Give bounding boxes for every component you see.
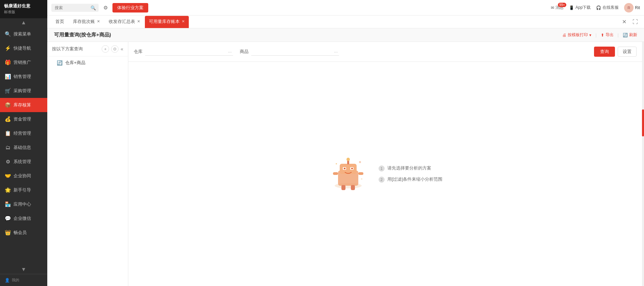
sidebar-item-system[interactable]: ⚙系统管理 <box>0 155 47 169</box>
filter-header: 按以下方案查询 ＋ ⊙ « <box>47 42 128 56</box>
tip-text-2: 用[过滤]条件来缩小分析范围 <box>387 176 442 182</box>
filter-settings-btn[interactable]: ⊙ <box>111 45 119 53</box>
filter-add-btn[interactable]: ＋ <box>102 45 109 53</box>
cooperation-icon: 🤝 <box>5 173 11 179</box>
logo-sub: 标准版 <box>4 10 15 14</box>
svg-point-13 <box>336 163 337 164</box>
sidebar-item-inventory[interactable]: 📦库存核算 <box>0 98 47 112</box>
content-area: 按以下方案查询 ＋ ⊙ « 🔄 仓库+商品 仓库 ··· <box>47 42 644 286</box>
goods-input[interactable] <box>251 48 339 56</box>
query-button[interactable]: 查询 <box>594 47 615 57</box>
tab-close-summary[interactable]: ✕ <box>137 19 140 24</box>
tabs-bar: 首页库存批次账✕收发存汇总表✕可用量库存账本✕ ✕ ⛶ <box>47 16 644 28</box>
svg-point-14 <box>359 161 361 163</box>
tab-close-available[interactable]: ✕ <box>182 19 185 24</box>
export-label: 导出 <box>606 32 614 38</box>
online-service-label: 在线客服 <box>602 5 619 10</box>
filter-item-warehouse-goods[interactable]: 🔄 仓库+商品 <box>47 56 128 69</box>
tabs-controls: ✕ ⛶ <box>620 18 640 26</box>
svg-point-12 <box>346 158 350 161</box>
sidebar-item-label: 资金管理 <box>14 116 31 122</box>
footer-user-label: 我的 <box>12 278 19 283</box>
sidebar-item-operation[interactable]: 📋经营管理 <box>0 126 47 140</box>
empty-state: 1 请先选择要分析的方案 2 用[过滤]条件来缩小分析范围 <box>128 62 642 286</box>
user-icon: 👤 <box>5 278 10 283</box>
goods-input-wrap: ··· <box>251 48 339 56</box>
sidebar-menu: 🔍搜索菜单⚡快捷导航🎁营销推广📊销售管理🛒采购管理📦库存核算💰资金管理📋经营管理… <box>0 27 47 265</box>
promo-button[interactable]: 体验行业方案 <box>112 3 148 12</box>
tab-label-available: 可用量库存账本 <box>149 19 180 25</box>
sidebar-item-shortcut[interactable]: ⚡快捷导航 <box>0 41 47 55</box>
user-profile-btn[interactable]: R Rit <box>624 3 640 12</box>
tip-text-1: 请先选择要分析的方案 <box>387 165 431 171</box>
maximize-tab-button[interactable]: ⛶ <box>630 18 640 26</box>
sidebar-item-label: 畅会员 <box>14 230 27 236</box>
refresh-button[interactable]: 🔄 刷新 <box>623 32 637 38</box>
tab-available[interactable]: 可用量库存账本✕ <box>145 16 189 28</box>
logo-text: 畅康通好生意 <box>4 3 30 8</box>
sidebar-item-label: 采购管理 <box>14 88 31 94</box>
tab-summary[interactable]: 收发存汇总表✕ <box>105 16 144 28</box>
tab-label-summary: 收发存汇总表 <box>109 19 135 25</box>
sidebar-item-cooperation[interactable]: 🤝企业协同 <box>0 169 47 183</box>
goods-label: 商品 <box>240 49 249 55</box>
messages-btn[interactable]: ✉ 消息 99+ <box>551 5 564 10</box>
empty-tip-2: 2 用[过滤]条件来缩小分析范围 <box>379 176 442 183</box>
setting-button[interactable]: 设置 <box>618 47 637 57</box>
refresh-label: 刷新 <box>629 32 637 38</box>
sidebar-item-appstore[interactable]: 🏪应用中心 <box>0 197 47 211</box>
query-actions: 查询 设置 <box>594 47 637 57</box>
tab-home[interactable]: 首页 <box>51 16 68 28</box>
sidebar-item-search[interactable]: 🔍搜索菜单 <box>0 27 47 41</box>
system-icon: ⚙ <box>5 159 11 165</box>
settings-icon-btn[interactable]: ⚙ <box>102 3 109 12</box>
svg-rect-10 <box>351 185 355 190</box>
sidebar-item-purchase[interactable]: 🛒采购管理 <box>0 84 47 98</box>
purchase-icon: 🛒 <box>5 88 11 94</box>
print-icon: 🖨 <box>562 33 566 37</box>
empty-tips: 1 请先选择要分析的方案 2 用[过滤]条件来缩小分析范围 <box>379 165 442 183</box>
sidebar-item-label: 库存核算 <box>14 102 31 108</box>
tab-close-batch[interactable]: ✕ <box>97 19 100 24</box>
print-button[interactable]: 🖨 按模板打印 ▾ <box>562 32 591 38</box>
sidebar-item-sales[interactable]: 📊销售管理 <box>0 70 47 84</box>
sidebar-item-wechat[interactable]: 💬企业微信 <box>0 211 47 226</box>
print-label: 按模板打印 <box>568 32 588 38</box>
basic-icon: 🗂 <box>5 145 11 150</box>
headset-icon: 🎧 <box>596 5 601 10</box>
svg-rect-9 <box>341 185 345 190</box>
sidebar-item-label: 企业微信 <box>14 215 31 222</box>
search-icon: 🔍 <box>5 31 11 37</box>
export-button[interactable]: ⬆ 导出 <box>601 32 614 38</box>
search-icon: 🔍 <box>91 5 96 10</box>
tab-batch[interactable]: 库存批次账✕ <box>69 16 104 28</box>
action-separator-1: | <box>595 32 596 37</box>
warehouse-more-icon[interactable]: ··· <box>228 49 232 54</box>
sidebar-item-basic[interactable]: 🗂基础信息 <box>0 140 47 155</box>
mobile-icon: 📱 <box>569 5 574 10</box>
warehouse-input[interactable] <box>145 48 233 56</box>
sidebar-item-member[interactable]: 👑畅会员 <box>0 226 47 240</box>
shortcut-icon: ⚡ <box>5 45 11 51</box>
sidebar-item-label: 营销推广 <box>14 59 31 66</box>
app-download-btn[interactable]: 📱 App下载 <box>569 5 591 10</box>
sidebar-scroll-up[interactable]: ▲ <box>0 18 47 27</box>
goods-more-icon[interactable]: ··· <box>334 49 338 54</box>
sidebar-item-label: 销售管理 <box>14 74 31 80</box>
print-dropdown-icon: ▾ <box>589 33 591 37</box>
avatar: R <box>624 3 634 12</box>
right-scrollbar-thumb <box>642 109 644 136</box>
filter-header-label: 按以下方案查询 <box>52 46 83 52</box>
sidebar-scroll-down[interactable]: ▼ <box>0 265 47 274</box>
sidebar-item-marketing[interactable]: 🎁营销推广 <box>0 55 47 70</box>
appstore-icon: 🏪 <box>5 201 11 207</box>
close-tab-button[interactable]: ✕ <box>620 18 628 26</box>
sidebar-logo: 畅康通好生意 标准版 <box>0 0 47 18</box>
empty-tip-1: 1 请先选择要分析的方案 <box>379 165 442 172</box>
finance-icon: 💰 <box>5 116 11 122</box>
tab-label-batch: 库存批次账 <box>73 19 95 25</box>
filter-collapse-btn[interactable]: « <box>121 45 123 53</box>
sidebar-item-finance[interactable]: 💰资金管理 <box>0 112 47 126</box>
online-service-btn[interactable]: 🎧 在线客服 <box>596 5 619 10</box>
sidebar-item-newbie[interactable]: 🌟新手引导 <box>0 183 47 197</box>
